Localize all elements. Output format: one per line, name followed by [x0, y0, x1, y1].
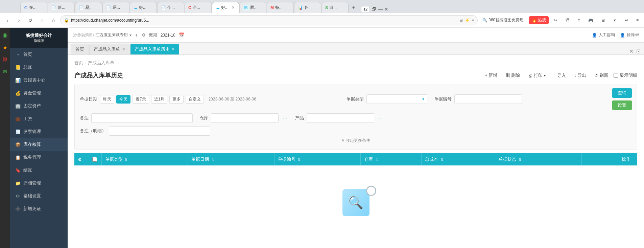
warehouse-input[interactable]: [211, 113, 279, 123]
right-panel-close-btn[interactable]: ✕: [629, 48, 634, 54]
breadcrumb-home[interactable]: 首页: [74, 60, 83, 66]
restore-window-btn[interactable]: 🗗: [372, 6, 376, 12]
col-doc-status[interactable]: 单据状态 ⇅: [495, 153, 581, 165]
browser-tab-9[interactable]: 腾 腾...: [239, 2, 266, 13]
sidebar-item-fixed-assets[interactable]: 🏢 固定资产: [10, 99, 68, 112]
reload-button[interactable]: ↺: [26, 16, 35, 25]
user-profile-btn[interactable]: 👤 徐泽华: [620, 32, 639, 38]
scissors-btn[interactable]: ✂: [551, 17, 560, 24]
period-value[interactable]: 2021-10: [161, 33, 175, 38]
browser-tab-2[interactable]: 📄 新...: [48, 2, 75, 13]
add-company-btn[interactable]: +: [135, 32, 138, 38]
sidebar-item-settlement[interactable]: 🔖 结账: [10, 164, 68, 177]
sidebar-item-funds[interactable]: 💰 资金管理: [10, 87, 68, 99]
undo-btn[interactable]: ↩: [622, 17, 631, 24]
col-doc-type[interactable]: 单据类型 ⇅: [101, 153, 188, 165]
detail-remark-input[interactable]: [109, 126, 210, 136]
page-tab-product-history-close[interactable]: ✕: [172, 47, 175, 51]
minimize-btn[interactable]: —: [378, 6, 383, 12]
more-btn[interactable]: ≡: [634, 17, 641, 24]
company-select[interactable]: (勿删勿禁用) 江西服宝测试专用 ▾: [73, 32, 132, 38]
sidebar-item-tax[interactable]: 📋 税务管理: [10, 151, 68, 164]
browser-tab-4[interactable]: 📄 易...: [102, 2, 129, 13]
doc-type-select[interactable]: ▾: [366, 94, 427, 104]
icon-sidebar-mail[interactable]: ✉: [1, 68, 9, 76]
query-button[interactable]: 查询: [612, 88, 632, 98]
translate-btn[interactable]: 译: [563, 16, 572, 24]
icon-sidebar-logo[interactable]: ◉: [1, 31, 9, 39]
brightness-btn[interactable]: ☀: [610, 17, 619, 24]
user-service-btn[interactable]: 👤 人工咨询: [592, 32, 615, 38]
close-window-btn[interactable]: ✕: [384, 6, 388, 12]
table-settings-button[interactable]: 设置: [612, 100, 632, 110]
tab8-close[interactable]: ✕: [231, 5, 235, 10]
month-btn[interactable]: 近1月: [151, 95, 168, 104]
sidebar-item-invoice[interactable]: 🧾 发票管理: [10, 125, 68, 138]
select-all-checkbox[interactable]: [92, 157, 97, 162]
lightning-icon[interactable]: ⚡: [465, 18, 470, 23]
custom-btn[interactable]: 自定义: [186, 95, 204, 104]
delete-btn[interactable]: 删 删除: [503, 71, 523, 80]
remark-input[interactable]: [91, 113, 193, 123]
export-btn[interactable]: ↓ 导出: [571, 71, 589, 80]
page-tab-product-list[interactable]: 产成品入库单 ✕: [89, 44, 129, 54]
address-bar[interactable]: 🔒 https://cloud.chanjet.com/accounting/u…: [60, 15, 478, 25]
product-input[interactable]: [307, 113, 374, 123]
refresh-btn[interactable]: ↺ 刷新: [592, 71, 611, 80]
week-btn[interactable]: 近7天: [133, 95, 149, 104]
page-tab-product-list-close[interactable]: ✕: [122, 47, 125, 51]
dropdown-icon[interactable]: ▾: [472, 18, 474, 23]
collapse-bar[interactable]: ∧ 收起更多条件: [80, 136, 632, 145]
page-tab-home[interactable]: 首页: [71, 44, 89, 54]
hot-search-btn[interactable]: 🔥 热搜: [529, 16, 549, 24]
forward-button[interactable]: ›: [14, 16, 24, 25]
sidebar-item-ledger[interactable]: 📒 总账: [10, 61, 68, 74]
warehouse-dots-btn[interactable]: ···: [281, 115, 288, 121]
browser-tab-7[interactable]: C 企...: [185, 2, 212, 13]
show-cols-checkbox[interactable]: [614, 73, 618, 78]
currency-btn[interactable]: ¥: [575, 17, 583, 24]
col-checkbox[interactable]: [88, 153, 101, 165]
doc-no-input[interactable]: [454, 94, 522, 104]
sidebar-item-archive[interactable]: 📁 归档管理: [10, 177, 68, 189]
sidebar-item-new-voucher[interactable]: ➕ 新增凭证: [10, 202, 68, 215]
back-button[interactable]: ‹: [3, 16, 12, 25]
col-warehouse[interactable]: 仓库 ⇅: [361, 153, 422, 165]
more-btn[interactable]: 更多: [169, 95, 184, 104]
col-total-cost[interactable]: 总成本 ⇅: [422, 153, 495, 165]
sidebar-item-basic-settings[interactable]: ⚙ 基础设置: [10, 189, 68, 202]
browser-tab-10[interactable]: M 畅...: [267, 2, 294, 13]
browser-tab-6[interactable]: 📄 个...: [157, 2, 184, 13]
browser-tab-1[interactable]: ⊙ 在...: [20, 2, 47, 13]
right-panel-expand-btn[interactable]: ⊡: [636, 48, 641, 54]
sidebar-item-home[interactable]: ⌂ 首页: [10, 48, 68, 61]
bookmark-button[interactable]: ☆: [49, 16, 58, 25]
search-tool-btn[interactable]: 🔍 360智能抠图免费用: [480, 16, 526, 24]
browser-tab-8[interactable]: ☁ 好... ✕: [212, 2, 239, 13]
tab-count-badge[interactable]: 12: [361, 6, 370, 12]
game-btn[interactable]: 🎮: [586, 17, 596, 24]
browser-tab-5[interactable]: ☁ 好...: [130, 2, 157, 13]
grid-icon[interactable]: ⊞: [459, 18, 463, 23]
print-btn[interactable]: 🖨 🖨 打印 打印 ▾: [525, 71, 548, 80]
icon-sidebar-weibo[interactable]: 微: [1, 55, 9, 64]
show-cols-toggle[interactable]: 显示明细: [614, 72, 637, 78]
calendar-icon[interactable]: 📅: [179, 32, 184, 38]
product-dots-btn[interactable]: ···: [377, 115, 384, 121]
browser-tab-3[interactable]: 📄 易...: [75, 2, 102, 13]
yesterday-btn[interactable]: 昨天: [100, 95, 114, 104]
home-button[interactable]: ⌂: [37, 16, 47, 25]
col-settings[interactable]: ⚙: [74, 153, 88, 165]
browser-tab-12[interactable]: S 目...: [321, 2, 349, 13]
browser-tab-11[interactable]: 📊 各...: [294, 2, 321, 13]
grid-apps-btn[interactable]: ⊞: [599, 17, 607, 24]
col-doc-no[interactable]: 单据编号 ⇅: [274, 153, 361, 165]
settings-gear-icon[interactable]: ⚙: [142, 32, 146, 38]
add-btn[interactable]: + 新增: [482, 71, 500, 80]
breadcrumb-product-list[interactable]: 产成品入库单: [88, 60, 114, 66]
import-btn[interactable]: ↑ 导入: [551, 71, 569, 80]
col-doc-date[interactable]: 单据日期 ⇅: [188, 153, 275, 165]
sidebar-item-inventory[interactable]: 📦 库存核算: [10, 138, 68, 151]
today-btn[interactable]: 今天: [116, 95, 130, 104]
new-tab-button[interactable]: +: [349, 2, 358, 13]
